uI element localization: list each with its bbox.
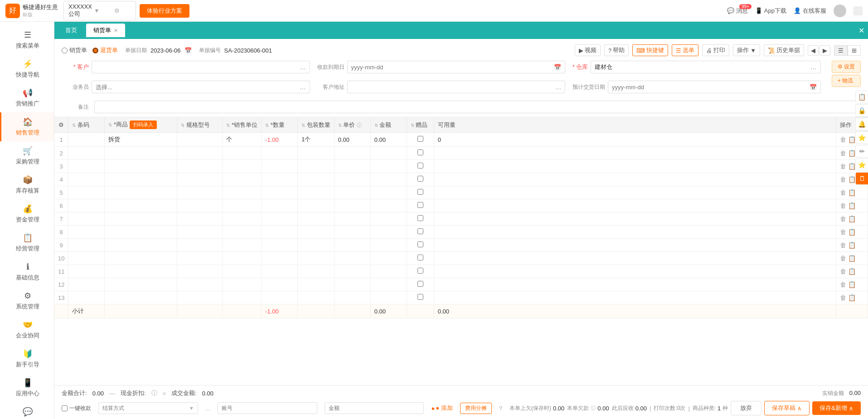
cell-unit-price[interactable]	[334, 212, 370, 226]
float-btn-1[interactable]: 📋	[855, 91, 868, 103]
cell-unit-price[interactable]	[334, 199, 370, 212]
sidebar-item-marketing[interactable]: 📢 营销推广	[0, 83, 54, 112]
copy-icon[interactable]: 📋	[848, 176, 856, 183]
cell-amount[interactable]	[370, 160, 407, 173]
delete-icon[interactable]: 🗑	[840, 241, 846, 249]
avatar[interactable]	[834, 5, 846, 17]
tab-close-icon[interactable]: ✕	[114, 28, 118, 34]
sidebar-item-purchase-mgmt[interactable]: 🛒 采购管理	[0, 141, 54, 170]
cell-barcode[interactable]	[68, 239, 105, 252]
cell-product[interactable]	[105, 278, 177, 291]
cell-amount[interactable]	[370, 239, 407, 252]
cell-pack-qty[interactable]	[298, 291, 335, 304]
delete-icon[interactable]: 🗑	[840, 281, 846, 288]
view-grid-btn[interactable]: ⊞	[848, 45, 861, 56]
cell-amount[interactable]: 0.00	[370, 133, 407, 147]
cell-gift[interactable]	[407, 265, 434, 278]
cell-pack-qty[interactable]	[298, 173, 335, 186]
sidebar-item-enterprise-collab[interactable]: 🤝 企业协同	[0, 315, 54, 344]
float-btn-7[interactable]: 🗒	[855, 172, 868, 185]
add-btn[interactable]: ● ● 添加	[431, 404, 452, 412]
float-btn-5[interactable]: ✏	[855, 145, 868, 158]
float-btn-3[interactable]: 🔔	[855, 118, 868, 130]
calendar-icon[interactable]: 📅	[184, 47, 192, 54]
cell-amount[interactable]	[370, 147, 407, 160]
cell-unit[interactable]: 个	[223, 133, 262, 147]
cell-pack-qty[interactable]	[298, 160, 335, 173]
expected-delivery-input[interactable]	[612, 84, 808, 91]
scan-btn[interactable]: 扫码录入	[130, 120, 157, 129]
cell-pack-qty[interactable]	[298, 226, 335, 239]
cell-spec[interactable]	[177, 226, 223, 239]
cell-qty[interactable]	[262, 212, 298, 226]
cell-barcode[interactable]	[68, 173, 105, 186]
save-draft-btn[interactable]: 保存草稿 ∧	[764, 401, 810, 415]
cell-barcode[interactable]	[68, 291, 105, 304]
settlement-method-input[interactable]	[102, 405, 187, 411]
cell-amount[interactable]	[370, 199, 407, 212]
cell-qty[interactable]	[262, 226, 298, 239]
sidebar-item-app-center[interactable]: 📱 应用中心	[0, 373, 54, 402]
cell-product[interactable]	[105, 186, 177, 199]
salesperson-dots-icon[interactable]: ...	[300, 83, 305, 91]
cell-gift[interactable]	[407, 252, 434, 265]
cell-amount[interactable]	[370, 265, 407, 278]
cell-qty[interactable]	[262, 278, 298, 291]
cell-unit-price[interactable]	[334, 226, 370, 239]
payment-due-calendar-icon[interactable]: 📅	[554, 64, 561, 71]
cell-gift[interactable]	[407, 173, 434, 186]
sidebar-item-operation-mgmt[interactable]: 📋 经营管理	[0, 228, 54, 257]
cell-unit-price[interactable]	[334, 147, 370, 160]
cell-amount[interactable]	[370, 173, 407, 186]
cell-spec[interactable]	[177, 173, 223, 186]
company-selector[interactable]: XXXXXX公司 ▼ ⚙	[63, 1, 136, 20]
cell-qty[interactable]	[262, 186, 298, 199]
logistics-btn[interactable]: + 物流	[832, 75, 861, 87]
cell-spec[interactable]	[177, 186, 223, 199]
cell-unit[interactable]	[223, 239, 262, 252]
tab-home[interactable]: 首页	[58, 24, 84, 37]
cell-unit[interactable]	[223, 291, 262, 304]
toolbar-help-btn[interactable]: ? 帮助	[604, 44, 629, 56]
cell-barcode[interactable]	[68, 133, 105, 147]
cell-amount[interactable]	[370, 278, 407, 291]
avatar2[interactable]	[853, 6, 863, 15]
discard-btn[interactable]: 放弃	[731, 401, 761, 415]
cell-product[interactable]	[105, 212, 177, 226]
cell-gift[interactable]	[407, 291, 434, 304]
customer-address-input[interactable]	[351, 84, 553, 91]
sidebar-item-sales-mgmt[interactable]: 🏠 销售管理	[0, 112, 54, 141]
delete-icon[interactable]: 🗑	[840, 228, 846, 236]
sidebar-item-search-order[interactable]: ☰ 搜索菜单	[0, 25, 54, 54]
fee-split-help-icon[interactable]: ?	[499, 405, 502, 412]
cell-unit[interactable]	[223, 226, 262, 239]
cell-gift[interactable]	[407, 278, 434, 291]
cell-product[interactable]	[105, 226, 177, 239]
cell-product[interactable]	[105, 265, 177, 278]
radio-return[interactable]: 退货单	[92, 46, 118, 54]
copy-icon[interactable]: 📋	[848, 189, 856, 196]
cell-unit-price[interactable]	[334, 239, 370, 252]
expected-delivery-calendar-icon[interactable]: 📅	[810, 84, 817, 91]
cell-qty[interactable]	[262, 252, 298, 265]
table-settings-icon[interactable]: ⚙	[58, 121, 64, 128]
account-input[interactable]	[222, 405, 313, 411]
cell-unit[interactable]	[223, 278, 262, 291]
cell-amount[interactable]	[370, 291, 407, 304]
cell-unit[interactable]	[223, 199, 262, 212]
cell-barcode[interactable]	[68, 186, 105, 199]
one-click-pay-checkbox[interactable]: 一键收款	[62, 405, 91, 412]
cell-gift[interactable]	[407, 133, 434, 147]
delete-icon[interactable]: 🗑	[840, 189, 846, 196]
sidebar-item-enterprise-wechat[interactable]: 💬 企业微信	[0, 402, 54, 419]
cell-spec[interactable]	[177, 252, 223, 265]
tab-bar-close-btn[interactable]: ✕	[858, 26, 864, 35]
cell-spec[interactable]	[177, 278, 223, 291]
cell-pack-qty[interactable]	[298, 239, 335, 252]
cell-barcode[interactable]	[68, 160, 105, 173]
nav-prev-btn[interactable]: ◀	[808, 45, 819, 56]
cell-product[interactable]	[105, 252, 177, 265]
cell-qty[interactable]	[262, 160, 298, 173]
cell-unit[interactable]	[223, 160, 262, 173]
settlement-dropdown-icon[interactable]: ▼	[189, 405, 194, 411]
